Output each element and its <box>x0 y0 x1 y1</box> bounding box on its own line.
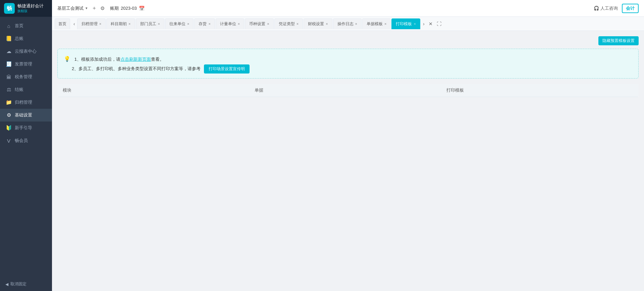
tab-部门员工[interactable]: 部门员工× <box>136 18 164 29</box>
chevron-down-icon: ▾ <box>86 6 88 10</box>
tab-财税设置[interactable]: 财税设置× <box>304 18 332 29</box>
settings-icon[interactable]: ⚙ <box>100 5 105 11</box>
tab-close-icon[interactable]: × <box>414 22 416 26</box>
tab-计量单位[interactable]: 计量单位× <box>216 18 244 29</box>
tab-close-icon[interactable]: × <box>238 22 240 26</box>
print-template-table: 模块 单据 打印模板 <box>57 84 639 97</box>
tab-label: 财税设置 <box>308 21 324 27</box>
tab-label: 科目期初 <box>111 21 127 27</box>
sidebar-item-settings[interactable]: ⚙基础设置 <box>0 109 52 122</box>
topbar: 基层工会测试 ▾ ＋ ⚙ 账期 2023-03 📅 🎧 人工咨询 会计 <box>52 0 644 17</box>
tab-close-icon[interactable]: × <box>208 22 210 26</box>
tab-close-icon[interactable]: × <box>187 22 189 26</box>
sidebar-item-label: 云报表中心 <box>15 48 37 54</box>
logo-badge: 旗舰版 <box>17 9 44 13</box>
print-scene-button[interactable]: 打印场景设置宣传明 <box>204 64 250 74</box>
company-name: 基层工会测试 <box>57 5 84 11</box>
bulb-icon: 💡 <box>64 56 70 62</box>
sidebar-item-label: 结账 <box>15 87 23 93</box>
tab-close-icon[interactable]: × <box>99 22 101 26</box>
sidebar-item-label: 总账 <box>15 36 23 42</box>
main-area: 基层工会测试 ▾ ＋ ⚙ 账期 2023-03 📅 🎧 人工咨询 会计 首页 ‹… <box>52 0 644 291</box>
col-header-module: 模块 <box>57 84 249 97</box>
sidebar-logo: 畅 畅捷通好会计 旗舰版 <box>0 0 52 17</box>
tab-next-icon[interactable]: › <box>421 20 427 28</box>
info-line1-suffix: 查看。 <box>151 57 164 62</box>
tab-label: 凭证类型 <box>279 21 295 27</box>
tab-close-icon[interactable]: × <box>384 22 386 26</box>
tab-label: 打印模板 <box>396 21 412 27</box>
sidebar-cancel-pin[interactable]: ◀ 取消固定 <box>0 277 52 291</box>
tab-打印模板[interactable]: 打印模板× <box>391 18 420 29</box>
tab-expand-icon[interactable]: ⛶ <box>435 20 443 28</box>
tab-label: 部门员工 <box>140 21 156 27</box>
sidebar-item-archive[interactable]: 📁归档管理 <box>0 96 52 109</box>
tab-往来单位[interactable]: 往来单位× <box>165 18 194 29</box>
report-icon: ☁ <box>5 48 12 54</box>
sidebar-item-label: 归档管理 <box>15 99 32 105</box>
col-header-template: 打印模板 <box>441 84 639 97</box>
tab-存货[interactable]: 存货× <box>194 18 215 29</box>
info-line-1: 💡 1、模板添加成功后，请点击刷新新页面查看。 <box>64 54 632 64</box>
sidebar-item-label: 首页 <box>15 23 23 29</box>
tab-list: 归档管理×科目期初×部门员工×往来单位×存货×计量单位×币种设置×凭证类型×财税… <box>77 18 421 29</box>
sidebar-item-ledger[interactable]: 📒总账 <box>0 32 52 45</box>
col-header-document: 单据 <box>249 84 441 97</box>
tab-label: 往来单位 <box>169 21 185 27</box>
service-label: 人工咨询 <box>600 5 618 11</box>
tab-close-all-icon[interactable]: ✕ <box>427 20 435 28</box>
sidebar-item-member[interactable]: V畅会员 <box>0 134 52 147</box>
sidebar-item-home[interactable]: ⌂首页 <box>0 19 52 32</box>
tab-科目期初[interactable]: 科目期初× <box>106 18 135 29</box>
settings-icon: ⚙ <box>5 112 12 118</box>
info-box: 💡 1、模板添加成功后，请点击刷新新页面查看。 2、多员工、多打印机、多种业务类… <box>57 49 639 79</box>
headset-icon: 🎧 <box>594 6 599 11</box>
info-line1-prefix: 1、模板添加成功后，请 <box>74 57 120 62</box>
kuaiji-label: 会计 <box>626 6 635 11</box>
sidebar-item-tax[interactable]: 🏛税务管理 <box>0 70 52 83</box>
tab-归档管理[interactable]: 归档管理× <box>77 18 106 29</box>
tab-close-icon[interactable]: × <box>297 22 299 26</box>
info-refresh-link[interactable]: 点击刷新新页面 <box>120 57 151 62</box>
invoice-icon: 🧾 <box>5 61 12 67</box>
sidebar-item-invoice[interactable]: 🧾发票管理 <box>0 58 52 70</box>
sidebar-item-guide[interactable]: 🔰新手引导 <box>0 122 52 134</box>
tab-close-icon[interactable]: × <box>355 22 357 26</box>
sidebar-item-report[interactable]: ☁云报表中心 <box>0 45 52 58</box>
sidebar: 畅 畅捷通好会计 旗舰版 ⌂首页📒总账☁云报表中心🧾发票管理🏛税务管理⚖结账📁归… <box>0 0 52 291</box>
topbar-right: 🎧 人工咨询 会计 <box>594 4 639 13</box>
hide-template-button[interactable]: 隐藏预置模板设置 <box>598 36 639 45</box>
period-display: 账期 2023-03 📅 <box>110 5 145 11</box>
add-tab-button[interactable]: ＋ <box>92 5 97 12</box>
tab-操作日志[interactable]: 操作日志× <box>333 18 362 29</box>
tab-prev-icon[interactable]: ‹ <box>71 20 77 28</box>
tab-凭证类型[interactable]: 凭证类型× <box>274 18 303 29</box>
tab-home[interactable]: 首页 <box>55 18 70 29</box>
logo-title: 畅捷通好会计 <box>17 3 44 9</box>
tab-close-icon[interactable]: × <box>267 22 269 26</box>
sidebar-item-label: 新手引导 <box>15 125 32 131</box>
info-line2-prefix: 2、多员工、多打印机、多种业务类型设置不同打印方案等，请参考 <box>72 66 201 71</box>
tab-label: 单据模板 <box>367 21 383 27</box>
tab-币种设置[interactable]: 币种设置× <box>245 18 273 29</box>
period-value: 2023-03 <box>121 6 137 11</box>
company-selector[interactable]: 基层工会测试 ▾ <box>57 5 88 11</box>
tab-close-icon[interactable]: × <box>326 22 328 26</box>
sidebar-item-settle[interactable]: ⚖结账 <box>0 83 52 96</box>
tab-label: 存货 <box>199 21 207 27</box>
tab-单据模板[interactable]: 单据模板× <box>362 18 391 29</box>
tab-close-icon[interactable]: × <box>158 22 160 26</box>
tab-close-icon[interactable]: × <box>128 22 130 26</box>
sidebar-item-label: 基础设置 <box>15 112 32 118</box>
tab-label: 归档管理 <box>82 21 98 27</box>
tab-label: 币种设置 <box>249 21 265 27</box>
tabbar: 首页 ‹ 归档管理×科目期初×部门员工×往来单位×存货×计量单位×币种设置×凭证… <box>52 17 644 31</box>
accountant-button[interactable]: 会计 <box>622 4 639 13</box>
pin-icon: ◀ <box>5 282 8 287</box>
home-icon: ⌂ <box>5 23 12 29</box>
guide-icon: 🔰 <box>5 125 12 131</box>
human-service-button[interactable]: 🎧 人工咨询 <box>594 5 618 11</box>
tab-label: 操作日志 <box>337 21 354 27</box>
calendar-icon[interactable]: 📅 <box>139 6 145 11</box>
tab-label: 计量单位 <box>220 21 236 27</box>
